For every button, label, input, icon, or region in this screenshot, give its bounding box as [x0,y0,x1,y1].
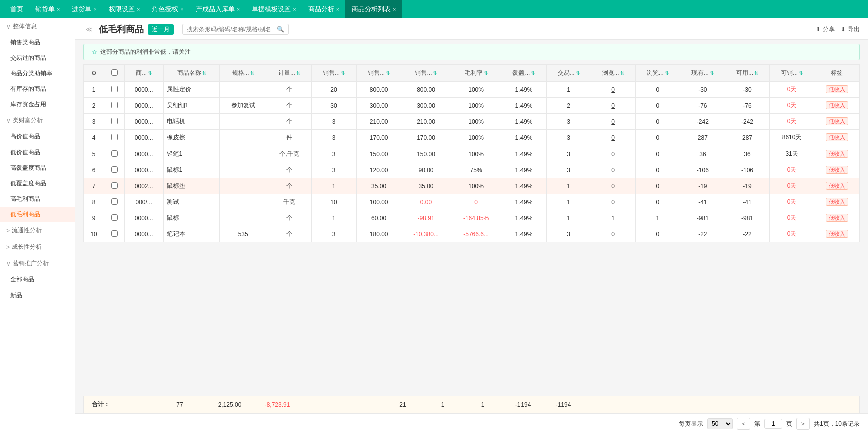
cell-browse1[interactable]: 0 [591,162,635,178]
sidebar-group-growth[interactable]: > 成长性分析 [0,239,75,255]
cell-browse1[interactable]: 0 [591,194,635,210]
cell-gross-margin: 0 [451,194,501,210]
nav-template-close[interactable]: × [293,6,296,12]
cell-checkbox[interactable] [104,82,125,98]
cell-coverage: 1.49% [501,130,546,146]
row-checkbox[interactable] [111,198,118,205]
sidebar-group-wealth[interactable]: ∨ 类财富分析 [0,112,75,129]
search-input[interactable] [187,26,277,33]
search-icon[interactable]: 🔍 [277,26,284,33]
sidebar-item-new-goods[interactable]: 新品 [0,287,75,303]
cell-name[interactable]: 测试 [163,194,219,210]
sidebar-item-all-goods[interactable]: 全部商品 [0,272,75,287]
cell-name[interactable]: 属性定价 [163,82,219,98]
nav-goods-analysis-list[interactable]: 商品分析列表 × [345,0,402,18]
cell-browse1[interactable]: 0 [591,130,635,146]
row-checkbox[interactable] [111,182,118,189]
nav-permissions[interactable]: 权限设置 × [103,0,146,18]
col-settings[interactable]: ⚙ [84,65,104,82]
nav-sales-close[interactable]: × [57,6,60,12]
cell-checkbox[interactable] [104,226,125,242]
sidebar-item-category-rate[interactable]: 商品分类助销率 [0,66,75,81]
page-input[interactable] [764,419,782,429]
row-checkbox[interactable] [111,102,118,108]
row-checkbox[interactable] [111,150,118,157]
cell-name[interactable]: 鼠标1 [163,162,219,178]
row-checkbox[interactable] [111,134,118,140]
cell-browse1[interactable]: 0 [591,178,635,194]
time-tag-button[interactable]: 近一月 [148,24,174,35]
col-code: 商...⇅ [124,65,163,82]
nav-goods-analysis-list-close[interactable]: × [393,6,396,12]
cell-browse1[interactable]: 0 [591,82,635,98]
next-page-button[interactable]: ＞ [796,418,810,430]
sidebar-item-in-stock[interactable]: 有库存的商品 [0,81,75,97]
sidebar-item-low-value[interactable]: 低价值商品 [0,144,75,160]
cell-name[interactable]: 吴细细1 [163,98,219,114]
sidebar-group-circulation[interactable]: > 流通性分析 [0,222,75,239]
sidebar-item-capital-occupy[interactable]: 库存资金占用 [0,97,75,112]
sidebar-item-traded-goods[interactable]: 交易过的商品 [0,50,75,66]
cell-checkbox[interactable] [104,194,125,210]
sidebar-item-low-coverage[interactable]: 低覆盖度商品 [0,176,75,191]
nav-goods-analysis-close[interactable]: × [336,6,339,12]
cell-checkbox[interactable] [104,162,125,178]
sidebar-collapse-btn[interactable]: ≪ [83,23,95,35]
row-checkbox[interactable] [111,230,118,237]
col-checkbox[interactable] [104,65,125,82]
row-checkbox[interactable] [111,86,118,92]
cell-browse1[interactable]: 0 [591,114,635,130]
footer-sales-amount: -8,723.91 [252,401,302,408]
sidebar-item-sales-goods[interactable]: 销售类商品 [0,35,75,50]
cell-name[interactable]: 电话机 [163,114,219,130]
export-button[interactable]: ⬇ 导出 [841,25,860,34]
sidebar-group-overall[interactable]: ∨ 整体信息 [0,18,75,35]
nav-permissions-close[interactable]: × [137,6,140,12]
select-all-checkbox[interactable] [111,69,118,76]
cell-browse1[interactable]: 1 [591,210,635,226]
sidebar-group-marketing[interactable]: ∨ 营销推广分析 [0,255,75,272]
nav-sales[interactable]: 销货单 × [29,0,66,18]
per-page-select[interactable]: 50 100 200 [707,418,733,429]
cell-browse1[interactable]: 0 [591,98,635,114]
cell-checkbox[interactable] [104,98,125,114]
cell-browse1[interactable]: 0 [591,146,635,162]
cell-checkbox[interactable] [104,146,125,162]
cell-browse1[interactable]: 0 [591,226,635,242]
cell-available: -30 [725,82,769,98]
nav-product-in-close[interactable]: × [237,6,240,12]
nav-purchase-close[interactable]: × [93,6,96,12]
cell-sales-price: 60.00 [357,210,401,226]
cell-checkbox[interactable] [104,178,125,194]
nav-template[interactable]: 单据模板设置 × [246,0,302,18]
nav-goods-analysis[interactable]: 商品分析 × [302,0,345,18]
cell-sales-amount: 0.00 [401,194,451,210]
share-button[interactable]: ⬆ 分享 [816,25,835,34]
cell-checkbox[interactable] [104,130,125,146]
cell-name[interactable]: 鼠标 [163,210,219,226]
sidebar-item-high-margin[interactable]: 高毛利商品 [0,191,75,207]
nav-roles-close[interactable]: × [180,6,183,12]
cell-name[interactable]: 笔记本 [163,226,219,242]
nav-roles[interactable]: 角色授权 × [146,0,189,18]
cell-name[interactable]: 铅笔1 [163,146,219,162]
cell-no: 8 [84,194,104,210]
sidebar-item-high-coverage[interactable]: 高覆盖度商品 [0,160,75,176]
cell-browse2: 1 [635,210,680,226]
nav-home[interactable]: 首页 [4,0,29,18]
cell-name[interactable]: 橡皮擦 [163,130,219,146]
sidebar-item-high-value[interactable]: 高价值商品 [0,129,75,144]
nav-product-in[interactable]: 产成品入库单 × [190,0,246,18]
cell-checkbox[interactable] [104,210,125,226]
prev-page-button[interactable]: ＜ [737,418,750,430]
cell-browse2: 0 [635,130,680,146]
row-checkbox[interactable] [111,118,118,124]
cell-name[interactable]: 鼠标垫 [163,178,219,194]
cell-gross-margin: 75% [451,162,501,178]
nav-purchase[interactable]: 进货单 × [66,0,102,18]
sidebar-item-low-margin[interactable]: 低毛利商品 [0,207,75,222]
row-checkbox[interactable] [111,214,118,221]
cell-checkbox[interactable] [104,114,125,130]
row-checkbox[interactable] [111,166,118,173]
content-area: ≪ 低毛利商品 近一月 🔍 ⬆ 分享 ⬇ 导出 ☆ 这部分商品 [75,18,868,434]
